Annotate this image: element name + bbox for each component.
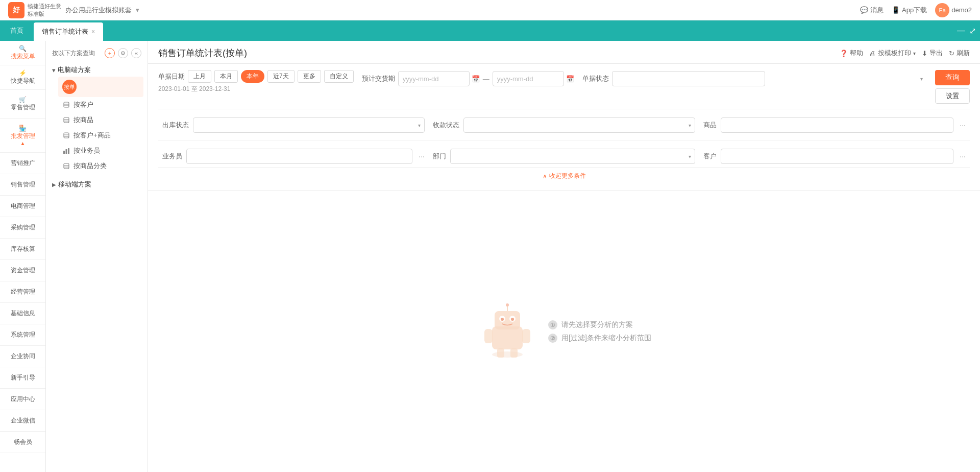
expected-date-start-input[interactable] — [398, 71, 470, 86]
sidebar-item-guide[interactable]: 新手引导 — [0, 367, 45, 389]
scheme-category-header[interactable]: ▾ 电脑端方案 — [50, 63, 143, 77]
export-icon: ⬇ — [922, 50, 927, 57]
scheme-item-order[interactable]: 按单 — [58, 77, 143, 97]
delivery-status-label: 出库状态 — [162, 121, 189, 130]
message-icon: 💬 — [860, 6, 868, 14]
sidebar-item-management[interactable]: 经营管理 — [0, 281, 45, 303]
page-title: 销售订单统计表(按单) — [158, 47, 247, 59]
sidebar-quick-nav[interactable]: ⚡ 快捷导航 — [0, 65, 45, 90]
scheme-goods-icon — [62, 116, 70, 124]
sidebar-item-retail[interactable]: 🛒 零售管理 — [0, 90, 45, 119]
scheme-panel-tools: + ⚙ « — [105, 48, 141, 58]
goods-more-icon[interactable]: ··· — [960, 121, 966, 129]
print-dropdown-icon: ▾ — [913, 51, 916, 56]
status-label: 单据状态 — [582, 74, 609, 83]
download-icon: 📱 — [892, 6, 900, 14]
refresh-btn[interactable]: ↻ 刷新 — [949, 49, 970, 58]
empty-hint-num-2: ② — [548, 334, 557, 343]
payment-status-field: ▾ — [463, 117, 695, 133]
sidebar-item-ecommerce[interactable]: 电商管理 — [0, 196, 45, 217]
sidebar-item-basicinfo[interactable]: 基础信息 — [0, 303, 45, 324]
svg-rect-10 — [66, 149, 67, 154]
delivery-status-select[interactable] — [193, 117, 425, 133]
sidebar-item-inventory[interactable]: 库存核算 — [0, 239, 45, 260]
scheme-goods-category-icon — [62, 162, 70, 170]
calendar-end-icon[interactable]: 📅 — [566, 75, 574, 83]
custom-btn[interactable]: 自定义 — [324, 70, 354, 83]
sidebar-search[interactable]: 🔍 搜索菜单 — [0, 41, 45, 65]
current-year-btn[interactable]: 本年 — [241, 70, 264, 83]
empty-state: ① 请先选择要分析的方案 ② 用[过滤]条件来缩小分析范围 — [148, 191, 980, 472]
top-bar: 好 畅捷通好生意 标准版 办公用品行业模拟账套 ▾ 💬 消息 📱 App下载 E… — [0, 0, 980, 20]
sidebar-item-wholesale[interactable]: 🏪 批发管理 ▲ — [0, 119, 45, 153]
sidebar-item-system[interactable]: 系统管理 — [0, 324, 45, 346]
export-btn[interactable]: ⬇ 导出 — [922, 49, 943, 58]
wholesale-icon: 🏪 — [2, 125, 43, 132]
sidebar-item-purchase[interactable]: 采购管理 — [0, 217, 45, 239]
date-filter-label: 单据日期 — [158, 72, 185, 81]
category-arrow-icon: ▾ — [52, 66, 56, 74]
tab-maximize-icon[interactable]: ⤢ — [969, 26, 976, 36]
breadcrumb-arrow-icon[interactable]: ▾ — [136, 6, 139, 14]
help-btn[interactable]: ❓ 帮助 — [840, 49, 863, 58]
settings-btn[interactable]: 设置 — [935, 88, 970, 104]
user-menu[interactable]: Ea demo2 — [935, 3, 972, 17]
collapse-bar[interactable]: ∧ 收起更多条件 — [158, 167, 970, 184]
print-btn[interactable]: 🖨 按模板打印 ▾ — [869, 49, 916, 58]
goods-cell: 商品 ··· — [699, 114, 970, 136]
scheme-category-mobile: ▶ 移动端方案 — [46, 176, 148, 193]
tab-sales-order[interactable]: 销售订单统计表 × — [34, 22, 103, 41]
customer-more-icon[interactable]: ··· — [960, 152, 966, 160]
tab-close-icon[interactable]: × — [91, 28, 95, 35]
scheme-add-btn[interactable]: + — [105, 48, 115, 58]
customer-input[interactable] — [721, 149, 953, 164]
message-btn[interactable]: 💬 消息 — [860, 6, 884, 15]
app-download-btn[interactable]: 📱 App下载 — [892, 6, 927, 15]
sidebar-item-sales[interactable]: 销售管理 — [0, 174, 45, 196]
department-label: 部门 — [433, 152, 446, 161]
status-field: ▾ — [612, 71, 927, 86]
sidebar-item-wechat[interactable]: 企业微信 — [0, 410, 45, 432]
logo-area: 好 畅捷通好生意 标准版 — [8, 2, 61, 18]
calendar-start-icon[interactable]: 📅 — [472, 75, 480, 83]
svg-rect-26 — [497, 348, 504, 358]
salesperson-input[interactable] — [186, 149, 412, 164]
query-btn[interactable]: 查询 — [935, 70, 970, 85]
last-month-btn[interactable]: 上月 — [188, 70, 211, 83]
scheme-item-salesperson[interactable]: 按业务员 — [58, 143, 143, 158]
sidebar-item-appcenter[interactable]: 应用中心 — [0, 389, 45, 410]
help-icon: ❓ — [840, 50, 848, 57]
page-header: 销售订单统计表(按单) ❓ 帮助 🖨 按模板打印 ▾ ⬇ 导出 — [148, 41, 980, 64]
tab-home[interactable]: 首页 — [0, 20, 34, 41]
retail-icon: 🛒 — [2, 96, 43, 103]
scheme-item-customer[interactable]: 按客户 — [58, 97, 143, 112]
filter-area: 单据日期 上月 本月 本年 近7天 更多 自定义 2023-01-01 至 20… — [148, 64, 980, 191]
sidebar-item-enterprise[interactable]: 企业协同 — [0, 346, 45, 367]
salesperson-cell: 业务员 ··· — [158, 146, 429, 167]
content-area: 按以下方案查询 + ⚙ « ▾ 电脑端方案 按单 — [46, 41, 980, 472]
salesperson-more-icon[interactable]: ··· — [419, 152, 425, 160]
svg-rect-16 — [492, 326, 523, 349]
more-btn[interactable]: 更多 — [298, 70, 321, 83]
expected-date-start-field: 📅 — [398, 71, 480, 86]
sidebar-item-finance[interactable]: 资金管理 — [0, 260, 45, 281]
tab-minimize-icon[interactable]: — — [957, 26, 965, 36]
department-select[interactable] — [450, 149, 695, 164]
last7days-btn[interactable]: 近7天 — [267, 70, 295, 83]
scheme-settings-btn[interactable]: ⚙ — [118, 48, 128, 58]
svg-rect-11 — [68, 148, 69, 154]
payment-status-select[interactable] — [463, 117, 695, 133]
scheme-item-customer-goods[interactable]: 按客户+商品 — [58, 128, 143, 143]
scheme-mobile-category-header[interactable]: ▶ 移动端方案 — [50, 178, 143, 191]
sidebar-item-member[interactable]: 畅会员 — [0, 432, 45, 453]
scheme-item-goods[interactable]: 按商品 — [58, 112, 143, 128]
svg-point-23 — [506, 303, 509, 306]
goods-input[interactable] — [721, 117, 953, 133]
this-month-btn[interactable]: 本月 — [214, 70, 238, 83]
status-select[interactable] — [612, 71, 765, 86]
scheme-item-goods-category[interactable]: 按商品分类 — [58, 158, 143, 174]
scheme-collapse-btn[interactable]: « — [131, 48, 141, 58]
expected-date-end-input[interactable] — [493, 71, 564, 86]
sidebar-item-marketing[interactable]: 营销推广 — [0, 153, 45, 174]
svg-rect-25 — [522, 329, 530, 343]
